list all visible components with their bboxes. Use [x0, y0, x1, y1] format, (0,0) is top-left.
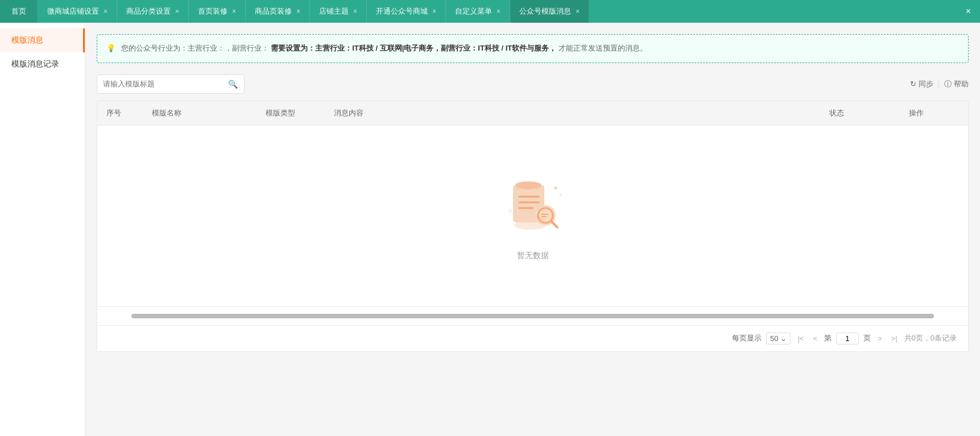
- total-info: 共0页，0条记录: [904, 333, 957, 343]
- main-layout: 模版消息 模版消息记录 💡 您的公众号行业为：主营行业：，副营行业： 需要设置为…: [0, 23, 980, 436]
- global-close-button[interactable]: ×: [957, 6, 980, 16]
- prev-page-button[interactable]: <: [811, 334, 820, 343]
- right-actions: ↻ 同步 | ⓘ 帮助: [910, 79, 969, 89]
- nav-tab-custom-menu-label: 自定义菜单: [455, 6, 492, 16]
- nav-tab-home-decor-close[interactable]: ×: [232, 7, 236, 15]
- last-page-button[interactable]: >|: [889, 334, 900, 343]
- table-header-content: 消息内容: [325, 101, 820, 125]
- nav-tab-shop-setting-close[interactable]: ×: [104, 7, 107, 15]
- svg-point-11: [559, 194, 561, 196]
- nav-tab-product-decor[interactable]: 商品页装修 ×: [246, 0, 310, 23]
- notice-suffix: 才能正常发送预置的消息。: [559, 44, 647, 52]
- sync-button[interactable]: ↻ 同步: [910, 79, 933, 89]
- help-button[interactable]: ⓘ 帮助: [944, 79, 969, 89]
- table-header: 序号 模版名称 模版类型 消息内容 状态 操作: [97, 101, 968, 126]
- pagination: 每页显示 50 ⌄ |< < 第 页 > >| 共0页，0条记录: [97, 325, 968, 351]
- nav-tab-shop-theme-label: 店铺主题: [319, 6, 349, 16]
- nav-tab-home-decor[interactable]: 首页装修 ×: [189, 0, 246, 23]
- notice-highlight: 需要设置为：主营行业：IT科技 / 互联网|电子商务，副营行业：IT科技 / I…: [271, 44, 556, 52]
- nav-tab-home-label: 首页: [11, 6, 26, 16]
- sync-label: 同步: [919, 79, 933, 89]
- nav-tab-custom-menu[interactable]: 自定义菜单 ×: [446, 0, 510, 23]
- sidebar-item-template-record-label: 模版消息记录: [11, 59, 59, 68]
- svg-point-10: [554, 186, 557, 190]
- empty-text: 暂无数据: [517, 251, 549, 261]
- nav-tab-product-category[interactable]: 商品分类设置 ×: [117, 0, 189, 23]
- current-page-input[interactable]: [836, 333, 859, 344]
- nav-tab-shop-theme-close[interactable]: ×: [353, 7, 357, 15]
- nav-tab-open-mall-close[interactable]: ×: [432, 7, 436, 15]
- help-icon: ⓘ: [944, 79, 952, 89]
- nav-tab-shop-setting-label: 微商城店铺设置: [47, 6, 99, 16]
- scrollbar-area: [97, 306, 968, 325]
- table-header-index: 序号: [97, 101, 143, 125]
- action-divider: |: [938, 80, 940, 88]
- empty-state: 暂无数据: [97, 126, 968, 306]
- sidebar-item-template-message-label: 模版消息: [11, 35, 43, 44]
- search-bar: 🔍 ↻ 同步 | ⓘ 帮助: [97, 74, 969, 94]
- help-label: 帮助: [954, 79, 969, 89]
- nav-tab-product-decor-label: 商品页装修: [255, 6, 292, 16]
- svg-point-12: [508, 209, 511, 212]
- nav-tab-template-msg-close[interactable]: ×: [576, 7, 580, 15]
- sidebar: 模版消息 模版消息记录: [0, 23, 85, 436]
- nav-tab-home-decor-label: 首页装修: [198, 6, 228, 16]
- empty-state-illustration: [499, 171, 567, 239]
- nav-tab-product-category-label: 商品分类设置: [126, 6, 171, 16]
- sidebar-item-template-message[interactable]: 模版消息: [0, 28, 85, 52]
- page-size-select[interactable]: 50 ⌄: [766, 333, 791, 344]
- nav-tab-shop-setting[interactable]: 微商城店铺设置 ×: [38, 0, 117, 23]
- page-size-chevron-icon: ⌄: [780, 334, 787, 343]
- page-size-label: 每页显示: [732, 333, 762, 343]
- nav-tab-template-msg[interactable]: 公众号模版消息 ×: [510, 0, 589, 23]
- svg-point-1: [515, 181, 541, 189]
- nav-tab-custom-menu-close[interactable]: ×: [497, 7, 501, 15]
- first-page-button[interactable]: |<: [795, 334, 806, 343]
- search-input[interactable]: [103, 80, 228, 88]
- search-input-wrap[interactable]: 🔍: [97, 74, 245, 94]
- svg-line-7: [551, 221, 557, 227]
- notice-icon: 💡: [106, 44, 115, 52]
- nav-tab-product-category-close[interactable]: ×: [175, 7, 179, 15]
- page-unit: 页: [863, 333, 871, 343]
- nav-tab-shop-theme[interactable]: 店铺主题 ×: [310, 0, 367, 23]
- nav-tab-open-mall[interactable]: 开通公众号商城 ×: [367, 0, 446, 23]
- page-prefix: 第: [824, 333, 832, 343]
- table-header-status: 状态: [820, 101, 900, 125]
- nav-tab-product-decor-close[interactable]: ×: [296, 7, 300, 15]
- notice-banner: 💡 您的公众号行业为：主营行业：，副营行业： 需要设置为：主营行业：IT科技 /…: [97, 34, 969, 63]
- content-area: 💡 您的公众号行业为：主营行业：，副营行业： 需要设置为：主营行业：IT科技 /…: [85, 23, 980, 436]
- search-icon[interactable]: 🔍: [228, 80, 238, 89]
- next-page-button[interactable]: >: [875, 334, 884, 343]
- top-navigation: 首页 微商城店铺设置 × 商品分类设置 × 首页装修 × 商品页装修 × 店铺主…: [0, 0, 980, 23]
- horizontal-scrollbar[interactable]: [131, 314, 934, 318]
- table-header-name: 模版名称: [143, 101, 257, 125]
- table-header-type: 模版类型: [257, 101, 325, 125]
- nav-tab-open-mall-label: 开通公众号商城: [376, 6, 428, 16]
- page-size-value: 50: [770, 334, 778, 343]
- data-table: 序号 模版名称 模版类型 消息内容 状态 操作: [97, 101, 969, 352]
- notice-prefix: 您的公众号行业为：主营行业：，副营行业：: [121, 44, 269, 52]
- table-header-action: 操作: [900, 101, 968, 125]
- nav-tab-home[interactable]: 首页: [0, 0, 38, 23]
- sync-icon: ↻: [910, 80, 916, 88]
- sidebar-item-template-record[interactable]: 模版消息记录: [0, 52, 85, 76]
- nav-tab-template-msg-label: 公众号模版消息: [519, 6, 571, 16]
